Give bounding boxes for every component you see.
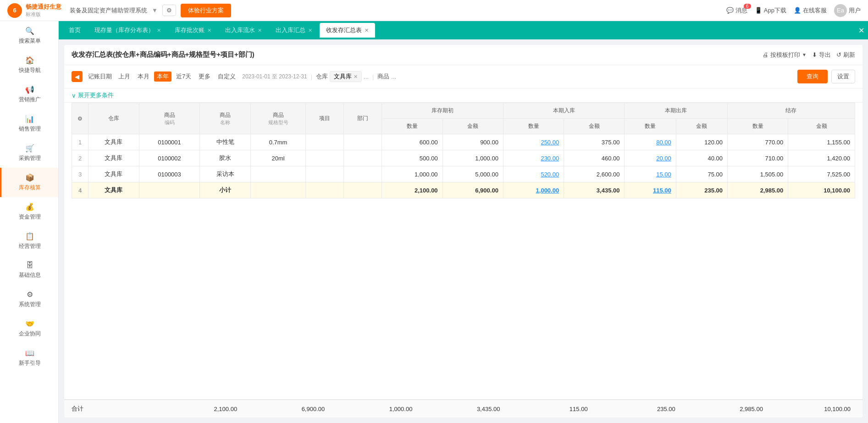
header-left: 6 畅捷通好生意 标准版 装备及固定资产辅助管理系统 ▼ ⚙ 体验行业方案: [7, 3, 231, 18]
sidebar-item-system[interactable]: ⚙ 系统管理: [0, 285, 58, 314]
sidebar-item-sales[interactable]: 📊 销售管理: [0, 109, 58, 138]
logo-sub: 标准版: [26, 11, 61, 18]
app-download-label: App下载: [764, 6, 786, 15]
sales-icon: 📊: [25, 115, 34, 123]
sidebar-item-quick-nav[interactable]: 🏠 快捷导航: [0, 50, 58, 80]
expand-row: ∨ 展开更多条件: [64, 88, 862, 103]
message-icon: 💬: [726, 7, 734, 14]
table-row: 1文具库0100001中性笔0.7mm600.00900.00250.00375…: [72, 134, 855, 150]
logo-text-area: 畅捷通好生意 标准版: [26, 3, 61, 18]
tab-close-summary-in-out[interactable]: ✕: [308, 27, 312, 33]
data-table: ⚙ 仓库 商品编码 商品名称 商品规格型号 项目 部门 库存期初 本期入库 本期…: [72, 103, 855, 198]
page-content: 收发存汇总表(按仓库+商品编码+商品+规格型号+项目+部门) 🖨 按模板打印 ▼…: [59, 39, 868, 423]
print-dropdown-icon: ▼: [802, 52, 807, 57]
expand-icon: ∨: [72, 92, 76, 99]
table-body: 1文具库0100001中性笔0.7mm600.00900.00250.00375…: [72, 134, 855, 198]
date-btn-custom[interactable]: 自定义: [215, 71, 238, 82]
toggle-icon: ◀: [75, 73, 79, 80]
sidebar-label-newbie: 新手引导: [19, 359, 41, 367]
sidebar-item-operations[interactable]: 📋 经营管理: [0, 226, 58, 256]
refresh-icon: ↺: [836, 51, 841, 58]
tab-summary-in-out[interactable]: 出入库汇总 ✕: [269, 23, 319, 38]
sidebar-item-basic[interactable]: 🗄 基础信息: [0, 256, 58, 285]
tab-close-flow[interactable]: ✕: [258, 27, 262, 33]
expand-button[interactable]: ∨ 展开更多条件: [72, 91, 855, 99]
sidebar-item-inventory[interactable]: 📦 库存核算: [0, 168, 58, 197]
user-avatar: Ea: [834, 4, 847, 17]
th-name: 商品名称: [200, 103, 251, 134]
tab-close-stock-dist[interactable]: ✕: [157, 27, 161, 33]
trial-button[interactable]: 体验行业方案: [181, 4, 231, 17]
sidebar-item-enterprise[interactable]: 🤝 企业协同: [0, 314, 58, 343]
filter-row: 记账日期 上月 本月 本年 近7天 更多 自定义 2023-01-01 至 20…: [88, 71, 792, 82]
warehouse-tag-close[interactable]: ✕: [354, 74, 358, 80]
message-icon-item[interactable]: 💬 消息 6: [726, 6, 747, 15]
warehouse-more[interactable]: ...: [364, 73, 369, 80]
tab-batch[interactable]: 库存批次账 ✕: [168, 23, 218, 38]
filter-bar: ◀ 记账日期 上月 本月 本年 近7天 更多 自定义 2023-01-01 至 …: [64, 65, 862, 88]
th-spec: 商品规格型号: [251, 103, 306, 134]
query-button[interactable]: 查询: [797, 70, 828, 83]
tab-close-batch[interactable]: ✕: [207, 27, 211, 33]
sidebar-item-purchase[interactable]: 🛒 采购管理: [0, 138, 58, 168]
filter-toggle-button[interactable]: ◀: [72, 71, 83, 82]
user-label: 用户: [849, 6, 861, 15]
warehouse-tag[interactable]: 文具库 ✕: [330, 71, 362, 82]
date-btn-more[interactable]: 更多: [196, 71, 213, 82]
total-out-amt: 235.00: [592, 406, 680, 412]
sidebar-label-quick-nav: 快捷导航: [19, 66, 41, 74]
online-service-item[interactable]: 👤 在线客服: [794, 6, 827, 15]
date-btn-last-month[interactable]: 上月: [116, 71, 133, 82]
tab-flow[interactable]: 出入库流水 ✕: [219, 23, 268, 38]
message-badge: 6: [744, 4, 751, 9]
refresh-button[interactable]: ↺ 刷新: [836, 51, 855, 59]
tab-close-collect-summary[interactable]: ✕: [365, 27, 369, 33]
sidebar-item-marketing[interactable]: 📢 营销推广: [0, 80, 58, 109]
sidebar-item-finance[interactable]: 💰 资金管理: [0, 197, 58, 226]
product-label: 商品: [377, 72, 389, 81]
sidebar-item-search[interactable]: 🔍 搜索菜单: [0, 21, 58, 50]
logo-icon: 6: [7, 3, 22, 18]
tab-home[interactable]: 首页: [62, 23, 87, 38]
operations-icon: 📋: [25, 232, 34, 241]
date-buttons: 上月 本月 本年 近7天 更多 自定义: [116, 71, 238, 82]
product-more[interactable]: ...: [391, 73, 396, 80]
tab-close-all[interactable]: ✕: [858, 26, 864, 35]
sidebar-item-newbie[interactable]: 📖 新手引导: [0, 343, 58, 373]
tab-collect-summary[interactable]: 收发存汇总表 ✕: [320, 23, 375, 38]
th-project: 项目: [306, 103, 344, 134]
gear-button[interactable]: ⚙: [162, 5, 176, 16]
th-in: 本期入库: [503, 103, 625, 119]
th-code: 商品编码: [139, 103, 199, 134]
th-balance: 结存: [727, 103, 855, 119]
user-item[interactable]: Ea 用户: [834, 4, 861, 17]
sidebar-label-finance: 资金管理: [19, 213, 41, 221]
table-row: 4文具库小计2,100.006,900.001,000.003,435.0011…: [72, 182, 855, 198]
date-btn-7days[interactable]: 近7天: [173, 71, 194, 82]
date-btn-this-month[interactable]: 本月: [135, 71, 152, 82]
main-layout: 🔍 搜索菜单 🏠 快捷导航 📢 营销推广 📊 销售管理 🛒 采购管理 📦 库存核…: [0, 21, 868, 423]
sidebar-label-purchase: 采购管理: [19, 154, 41, 162]
system-dropdown-icon[interactable]: ▼: [152, 7, 158, 14]
sidebar: 🔍 搜索菜单 🏠 快捷导航 📢 营销推广 📊 销售管理 🛒 采购管理 📦 库存核…: [0, 21, 59, 423]
export-button[interactable]: ⬇ 导出: [812, 51, 831, 59]
total-opening-amt: 6,900.00: [242, 406, 329, 412]
enterprise-icon: 🤝: [25, 319, 34, 328]
setting-button[interactable]: 设置: [831, 70, 855, 83]
table-header-top: ⚙ 仓库 商品编码 商品名称 商品规格型号 项目 部门 库存期初 本期入库 本期…: [72, 103, 855, 119]
app-download-item[interactable]: 📱 App下载: [755, 6, 786, 15]
sidebar-label-marketing: 营销推广: [19, 96, 41, 104]
th-gear: ⚙: [72, 103, 88, 134]
date-btn-this-year[interactable]: 本年: [154, 71, 171, 82]
sidebar-label-system: 系统管理: [19, 301, 41, 308]
date-label: 记账日期: [88, 72, 112, 81]
total-out-qty: 115.00: [505, 406, 592, 412]
top-header: 6 畅捷通好生意 标准版 装备及固定资产辅助管理系统 ▼ ⚙ 体验行业方案 💬 …: [0, 0, 868, 21]
th-opening-amt: 金额: [442, 119, 503, 134]
print-button[interactable]: 🖨 按模板打印 ▼: [763, 51, 807, 59]
system-icon: ⚙: [27, 290, 33, 299]
system-title: 装备及固定资产辅助管理系统: [70, 6, 147, 15]
tab-stock-dist[interactable]: 现存量（库存分布表） ✕: [88, 23, 167, 38]
total-label: 合计: [72, 405, 154, 413]
service-icon: 👤: [794, 7, 801, 14]
